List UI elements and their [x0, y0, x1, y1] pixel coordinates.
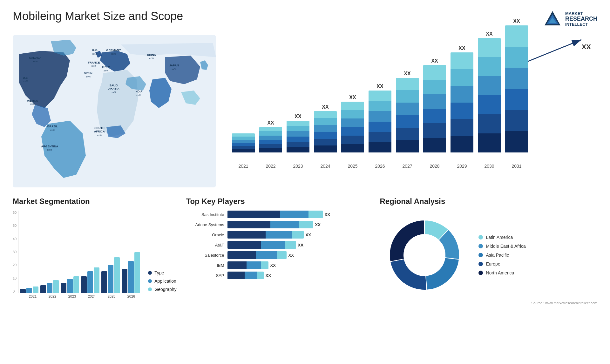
player-bar-container: XX — [227, 211, 370, 218]
regional-legend-dot — [478, 253, 483, 257]
bar-stack — [451, 52, 473, 152]
seg-bar — [87, 271, 93, 293]
regional-legend-label: Asia Pacific — [486, 253, 509, 258]
player-value: XX — [266, 273, 271, 278]
legend-dot — [148, 287, 152, 291]
player-row: IBMXX — [186, 261, 370, 269]
top-section: CANADAxx% U.S.xx% MEXICOxx% BRAZILxx% AR… — [13, 35, 597, 187]
regional-legend-dot — [478, 244, 483, 248]
bar-segment — [287, 142, 309, 147]
bar-segment — [341, 144, 364, 152]
player-row: Sas InstituteXX — [186, 211, 370, 218]
bar-segment — [232, 133, 255, 137]
player-name: SAP — [186, 273, 224, 278]
regional-legend-item: Asia Pacific — [478, 253, 526, 258]
bar-segment — [287, 121, 309, 126]
bar-segment — [396, 115, 419, 128]
regional-legend: Latin AmericaMiddle East & AfricaAsia Pa… — [478, 235, 526, 275]
bar-segment — [314, 132, 337, 139]
bar-segment — [341, 118, 364, 127]
bar-x-label: 2031 — [505, 164, 528, 169]
bar-segment — [232, 146, 255, 149]
bar-segment — [314, 111, 337, 118]
bar-segment — [505, 110, 528, 131]
bar-segment — [369, 101, 391, 111]
bar-x-labels: 2021202220232024202520262027202820292030… — [229, 164, 591, 169]
player-name: At&T — [186, 243, 224, 247]
player-name: Sas Institute — [186, 212, 224, 217]
bar-x-label: 2027 — [396, 164, 419, 169]
seg-bar-group — [40, 280, 59, 293]
seg-bar — [26, 288, 32, 293]
bar-stack — [505, 25, 528, 152]
bar-segment — [423, 80, 446, 94]
seg-bar-group — [122, 252, 140, 293]
bar-group: XX — [396, 71, 419, 152]
bar-segment — [314, 145, 337, 152]
player-value: XX — [298, 243, 303, 247]
player-bar-segment — [227, 272, 245, 279]
player-bar-segment — [227, 241, 261, 249]
player-row: SAPXX — [186, 272, 370, 279]
bar-segment — [369, 111, 391, 122]
bar-segment — [369, 132, 391, 142]
bar-segment — [341, 110, 364, 119]
bar-segment — [232, 140, 255, 143]
bar-segment — [505, 131, 528, 152]
player-row: At&TXX — [186, 241, 370, 249]
player-bar-segment — [247, 261, 261, 269]
player-row: OracleXX — [186, 231, 370, 239]
bar-group: XX — [314, 104, 337, 152]
player-row: SalesforceXX — [186, 251, 370, 259]
bottom-section: Market Segmentation 6050403020100 202120… — [13, 197, 597, 334]
bar-segment — [259, 140, 282, 144]
bar-label-top: XX — [513, 18, 520, 24]
bar-segment — [396, 103, 419, 115]
regional-legend-item: Latin America — [478, 235, 526, 240]
regional-legend-label: North America — [486, 270, 514, 275]
map-label-india: INDIAxx% — [135, 90, 143, 97]
seg-bar — [81, 276, 87, 293]
players-title: Top Key Players — [186, 197, 370, 206]
player-bar-container: XX — [227, 251, 370, 259]
bar-segment — [287, 147, 309, 152]
seg-bar — [108, 265, 113, 293]
regional-legend-label: Europe — [486, 261, 500, 266]
regional-content: Latin AmericaMiddle East & AfricaAsia Pa… — [380, 211, 597, 300]
logo: MARKET RESEARCH INTELLECT — [543, 10, 597, 29]
map-label-china: CHINAxx% — [147, 53, 156, 60]
bar-chart: XXXXXXXXXXXXXXXXXXXX — [229, 41, 591, 162]
bar-segment — [478, 114, 501, 133]
legend-dot — [148, 271, 152, 275]
bar-segment — [259, 131, 282, 135]
seg-bar — [61, 283, 66, 293]
bar-group — [232, 132, 255, 152]
bar-label-top: XX — [431, 58, 438, 64]
bar-stack — [341, 102, 364, 152]
bar-label-top: XX — [458, 45, 465, 51]
map-label-germany: GERMANYxx% — [106, 49, 121, 56]
bar-segment — [478, 38, 501, 57]
legend-dot — [148, 279, 152, 283]
bar-stack — [232, 133, 255, 152]
player-bar-segment — [227, 261, 247, 269]
regional-legend-label: Latin America — [486, 235, 513, 240]
player-bar-segment — [270, 221, 299, 228]
regional-legend-item: Middle East & Africa — [478, 244, 526, 249]
player-bar — [227, 221, 313, 228]
player-bar-segment — [308, 211, 323, 218]
bar-segment — [451, 52, 473, 69]
player-bar-container: XX — [227, 261, 370, 269]
seg-legend: TypeApplicationGeography — [148, 270, 176, 298]
bar-x-label: 2025 — [341, 164, 364, 169]
legend-item: Application — [148, 279, 176, 284]
map-label-saudi: SAUDIARABIAxx% — [108, 84, 119, 94]
regional-legend-dot — [478, 271, 483, 275]
segmentation-title: Market Segmentation — [13, 197, 177, 206]
bar-x-label: 2030 — [478, 164, 501, 169]
bar-stack — [287, 121, 309, 152]
bar-segment — [478, 76, 501, 95]
bar-x-label: 2023 — [287, 164, 309, 169]
logo-icon — [543, 10, 562, 29]
seg-bar-group — [101, 257, 120, 293]
